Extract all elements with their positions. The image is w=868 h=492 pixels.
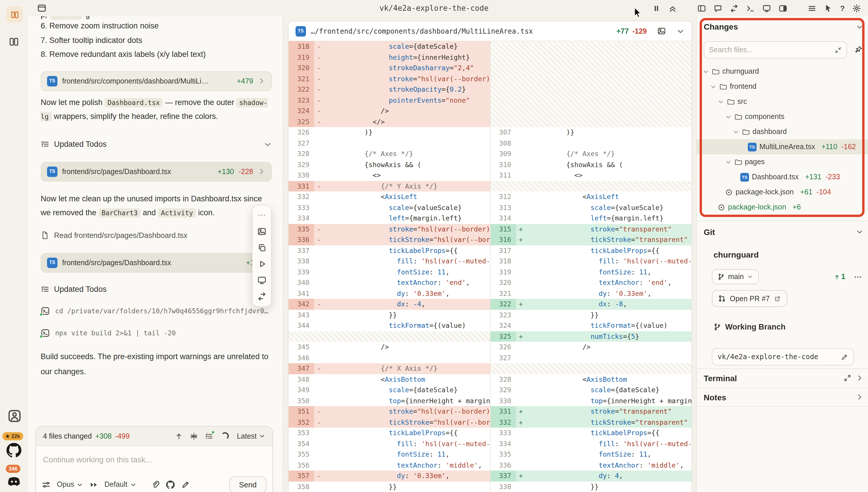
- chat-bubble-icon[interactable]: [713, 4, 722, 13]
- numbered-list-item: 8. Remove redundant axis labels (x/y lab…: [41, 48, 272, 62]
- sparkle-icon[interactable]: [190, 432, 198, 440]
- changes-section-header[interactable]: Changes: [704, 22, 863, 31]
- expand-icon[interactable]: [844, 374, 851, 382]
- working-branch-input[interactable]: [718, 353, 837, 361]
- git-section-header[interactable]: Git: [704, 222, 863, 241]
- collapse-all-icon[interactable]: [668, 4, 677, 13]
- more-horizontal-icon[interactable]: [853, 272, 862, 281]
- file-chip-dashboard-2[interactable]: TS frontend/src/pages/Dashboard.tsx +1 -…: [41, 253, 272, 273]
- mode-dropdown[interactable]: Default: [104, 481, 136, 489]
- chevron-down-icon[interactable]: [703, 68, 709, 75]
- pause-icon[interactable]: [652, 4, 661, 13]
- changes-status-bar[interactable]: 4 files changed +308 -499 Latest: [36, 426, 272, 446]
- diff-row: 327308: [288, 138, 691, 149]
- terminal-section-header[interactable]: Terminal: [704, 368, 863, 388]
- diff-row: 349 scale={dateScale}329 scale={dateScal…: [288, 385, 691, 395]
- fast-forward-icon[interactable]: [89, 480, 98, 489]
- tree-folder-pages[interactable]: pages: [697, 154, 868, 169]
- git-compare-icon[interactable]: [730, 4, 738, 13]
- chat-scroll[interactable]: p,g 6. Remove zoom instruction noise7. S…: [28, 16, 283, 379]
- changes-title: Changes: [704, 22, 738, 31]
- terminal-command-row[interactable]: npx vite build 2>&1 | tail -20: [41, 327, 272, 339]
- chevron-down-icon[interactable]: [856, 23, 863, 30]
- person-icon[interactable]: [7, 409, 22, 423]
- file-chip-additions: +130: [218, 168, 234, 176]
- pencil-icon[interactable]: [841, 353, 848, 361]
- diff-table[interactable]: 318- scale={dateScale}319- height={inner…: [288, 41, 691, 492]
- tree-folder-frontend[interactable]: frontend: [697, 79, 868, 94]
- terminal-icon[interactable]: [746, 4, 755, 13]
- tree-file-package-lock.json[interactable]: package-lock.json+61-104: [697, 184, 868, 200]
- todos-label: Updated Todos: [54, 140, 259, 149]
- tree-additions: +6: [793, 203, 801, 211]
- image-diff-icon[interactable]: [657, 27, 666, 35]
- search-input[interactable]: [709, 46, 831, 54]
- monitor-icon[interactable]: [254, 273, 269, 288]
- chevron-down-icon[interactable]: [725, 114, 731, 120]
- tree-folder-components[interactable]: components: [697, 109, 868, 124]
- pointer-icon[interactable]: [824, 4, 832, 13]
- model-dropdown[interactable]: Opus: [57, 481, 83, 489]
- pin-icon[interactable]: [854, 45, 863, 54]
- pen-icon[interactable]: [181, 480, 190, 489]
- tree-file-package-lock.json[interactable]: package-lock.json+6: [697, 200, 868, 215]
- inline-code: Dashboard.tsx: [105, 98, 163, 107]
- chevron-down-icon[interactable]: [856, 228, 863, 236]
- version-dropdown[interactable]: Latest: [237, 432, 265, 440]
- diff-row: 333 scale={valueScale}313 scale={valueSc…: [288, 202, 691, 213]
- board-columns-icon[interactable]: [9, 36, 19, 47]
- tree-folder-churnguard[interactable]: churnguard: [697, 64, 868, 79]
- notes-section-header[interactable]: Notes: [704, 388, 863, 407]
- mouse-cursor: [634, 7, 642, 19]
- chevron-right-icon[interactable]: [856, 374, 863, 382]
- open-pr-button[interactable]: Open PR #7: [712, 290, 787, 307]
- tree-folder-dashboard[interactable]: dashboard: [697, 124, 868, 139]
- settings-gear-icon[interactable]: [852, 4, 861, 13]
- chevron-down-icon[interactable]: [718, 98, 724, 105]
- diff-row: 346327: [288, 352, 691, 363]
- updated-todos-row[interactable]: Updated Todos: [41, 282, 272, 297]
- paperclip-icon[interactable]: [151, 480, 159, 489]
- file-chip-dashboard-1[interactable]: TS frontend/src/pages/Dashboard.tsx +130…: [41, 162, 272, 181]
- chevron-right-icon[interactable]: [856, 393, 863, 401]
- workspace-icon[interactable]: [6, 6, 23, 23]
- menu-icon[interactable]: [807, 4, 816, 13]
- run-icon[interactable]: [254, 256, 269, 272]
- file-chip-multilinearea[interactable]: TS frontend/src/components/dashboard/Mul…: [41, 71, 272, 91]
- folder-icon: [734, 158, 742, 166]
- tasks-progress-icon[interactable]: [205, 432, 213, 440]
- composer-card: 4 files changed +308 -499 Latest Op: [36, 426, 273, 492]
- discord-icon[interactable]: [6, 474, 22, 489]
- diff-row: 352- tickStroke="hsl(var(--border))"332+…: [288, 417, 691, 427]
- panel-right-icon[interactable]: [779, 4, 787, 13]
- tree-file-Dashboard.tsx[interactable]: TSDashboard.tsx+131-233: [697, 169, 868, 184]
- chevron-down-icon[interactable]: [733, 128, 739, 135]
- terminal-command-row[interactable]: cd /private/var/folders/10/h7w0q46556ggr…: [41, 304, 272, 317]
- panel-left-icon[interactable]: [697, 4, 706, 13]
- monitor-icon[interactable]: [762, 4, 771, 13]
- copy-icon[interactable]: [254, 240, 269, 255]
- arrow-up-icon[interactable]: [175, 432, 183, 440]
- screenshot-icon[interactable]: [254, 224, 269, 239]
- search-collapse-icon[interactable]: [834, 46, 842, 54]
- chevron-down-icon[interactable]: [676, 27, 684, 35]
- chat-input[interactable]: [43, 455, 265, 464]
- send-button[interactable]: Send: [229, 476, 266, 492]
- updated-todos-row[interactable]: Updated Todos: [41, 137, 272, 152]
- more-icon[interactable]: [254, 208, 269, 223]
- sliders-icon[interactable]: [42, 480, 50, 489]
- chevron-down-icon[interactable]: [725, 159, 731, 165]
- left-rail: ★ 22k 346: [0, 16, 28, 492]
- github-icon[interactable]: [6, 443, 22, 458]
- pull-request-icon: [718, 295, 726, 302]
- help-icon[interactable]: ?: [840, 4, 845, 13]
- tree-file-MultiLineArea.tsx[interactable]: TSMultiLineArea.tsx+110-162: [697, 139, 868, 154]
- chevron-down-icon[interactable]: [710, 83, 717, 90]
- tree-folder-src[interactable]: src: [697, 94, 868, 109]
- branch-selector[interactable]: main: [712, 269, 759, 284]
- window-icon[interactable]: [37, 3, 46, 13]
- chevron-down-icon[interactable]: [264, 141, 272, 149]
- github-small-icon[interactable]: [166, 480, 174, 489]
- read-file-row[interactable]: Read frontend/src/pages/Dashboard.tsx: [41, 229, 272, 242]
- git-compare-icon[interactable]: [254, 289, 269, 304]
